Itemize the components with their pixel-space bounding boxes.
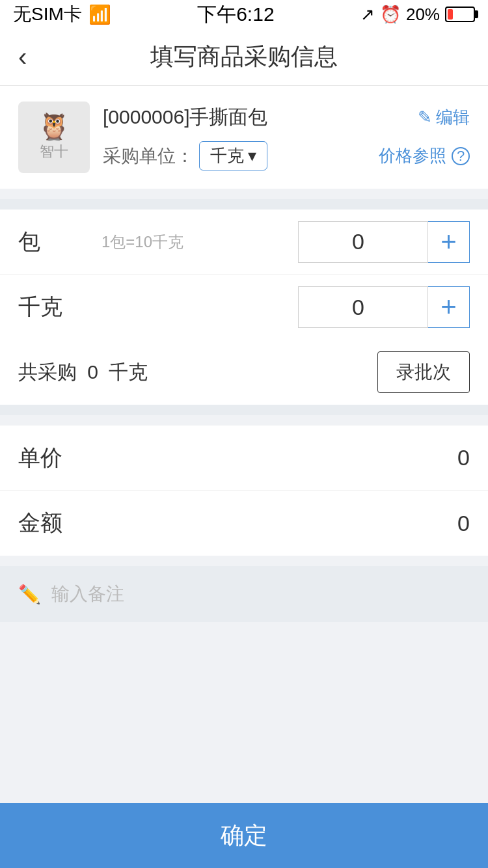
kg-controls: + [298,286,470,328]
battery-icon [445,7,475,22]
bao-input[interactable] [298,221,428,263]
kg-plus-button[interactable]: + [428,286,470,328]
product-card: 🦉 智十 [0000006]手撕面包 ✎ 编辑 采购单位： 千克 ▾ 价格参照 … [0,86,488,189]
unit-label: 采购单位： [103,144,194,169]
price-reference-button[interactable]: 价格参照 ? [379,144,470,167]
bao-input-row: 包 1包=10千克 + [0,210,488,275]
amount-row: 金额 0 [0,491,488,556]
section-divider-2 [0,405,488,415]
product-info: [0000006]手撕面包 ✎ 编辑 采购单位： 千克 ▾ 价格参照 ? [103,104,470,170]
unit-select[interactable]: 千克 ▾ [199,141,267,170]
page-title: 填写商品采购信息 [150,41,338,73]
unit-value: 千克 [210,144,244,167]
edit-label: 编辑 [436,106,470,129]
unit-price-value: 0 [457,445,470,470]
info-icon: ? [452,147,470,165]
section-divider-1 [0,199,488,210]
quantity-input-section: 包 1包=10千克 + 千克 + [0,210,488,340]
kg-label: 千克 [18,292,96,322]
notes-input[interactable]: 输入备注 [51,582,124,606]
summary-text: 共采购 0 千克 [18,359,148,386]
bao-label: 包 [18,227,96,257]
status-bar-right: ↗ ⏰ 20% [360,5,475,25]
edit-button[interactable]: ✎ 编辑 [418,106,470,129]
summary-row: 共采购 0 千克 录批次 [0,340,488,405]
price-ref-label: 价格参照 [379,144,446,167]
price-section: 单价 0 金额 0 [0,426,488,556]
product-unit-row: 采购单位： 千克 ▾ 价格参照 ? [103,141,470,170]
bao-plus-button[interactable]: + [428,221,470,263]
status-bar-left: 无SIM卡 📶 [13,2,111,27]
location-icon: ↗ [360,5,375,25]
time-label: 下午6:12 [197,1,274,28]
summary-prefix: 共采购 [18,361,77,383]
product-thumb-text: 智十 [40,142,68,161]
product-thumb-owl: 🦉 [38,113,70,139]
unit-price-row: 单价 0 [0,426,488,491]
notes-section[interactable]: ✏️ 输入备注 [0,566,488,622]
amount-label: 金额 [18,508,62,538]
wifi-icon: 📶 [88,4,111,25]
bao-controls: + [298,221,470,263]
status-bar: 无SIM卡 📶 下午6:12 ↗ ⏰ 20% [0,0,488,29]
back-button[interactable]: ‹ [18,42,27,72]
battery-percent: 20% [406,5,440,25]
product-thumbnail: 🦉 智十 [18,102,90,173]
empty-space [0,622,488,817]
kg-input-row: 千克 + [0,275,488,340]
amount-value: 0 [457,511,470,536]
carrier-label: 无SIM卡 [13,2,82,27]
edit-icon: ✎ [418,107,432,128]
product-name: [0000006]手撕面包 [103,104,267,131]
bao-sublabel: 1包=10千克 [102,232,183,252]
record-batch-button[interactable]: 录批次 [377,351,470,393]
unit-price-label: 单价 [18,443,62,473]
pencil-icon: ✏️ [18,584,41,605]
battery-fill [448,9,453,20]
alarm-icon: ⏰ [380,5,401,25]
kg-input[interactable] [298,286,428,328]
nav-bar: ‹ 填写商品采购信息 [0,29,488,86]
chevron-down-icon: ▾ [248,146,256,166]
product-name-row: [0000006]手撕面包 ✎ 编辑 [103,104,470,131]
summary-amount: 0 [87,361,98,383]
confirm-button[interactable]: 确定 [0,803,488,868]
summary-unit: 千克 [109,361,148,383]
